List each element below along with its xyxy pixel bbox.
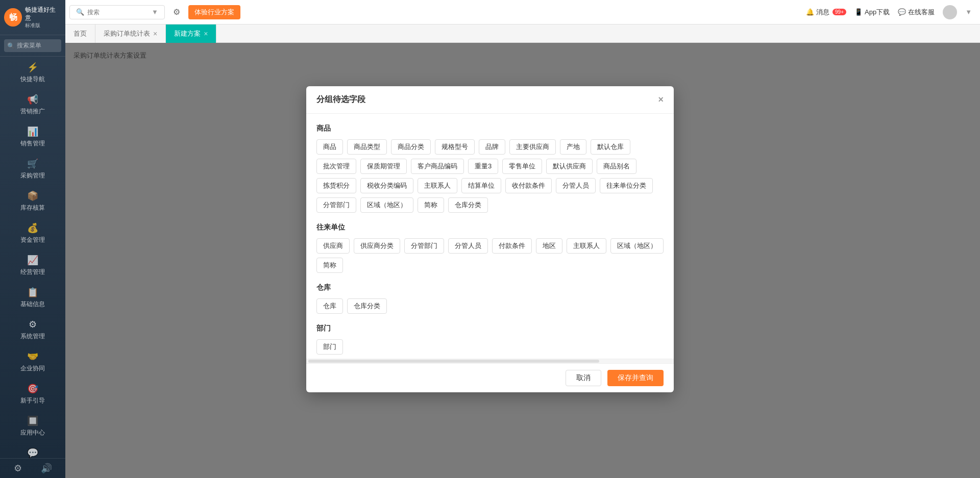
field-tag-goods-11[interactable]: 重量3 — [468, 159, 498, 174]
user-dropdown-icon[interactable]: ▼ — [965, 8, 972, 16]
sidebar-icon-inventory: 📦 — [27, 190, 38, 202]
field-tag-goods-9[interactable]: 保质期管理 — [360, 159, 407, 174]
dialog-hscroll-thumb — [308, 360, 599, 363]
field-tag-warehouse-1[interactable]: 仓库分类 — [347, 298, 387, 314]
app-download-label: App下载 — [865, 8, 890, 17]
sidebar-item-guide[interactable]: 🎯 新手引导 — [0, 378, 65, 410]
field-tag-goods-8[interactable]: 批次管理 — [316, 159, 356, 174]
sidebar-item-app-center[interactable]: 🔲 应用中心 — [0, 410, 65, 442]
online-service-item[interactable]: 💬 在线客服 — [898, 8, 935, 17]
field-tags-goods: 商品商品类型商品分类规格型号品牌主要供应商产地默认仓库批次管理保质期管理客户商品… — [316, 139, 664, 213]
header-gear-icon[interactable]: ⚙ — [169, 7, 184, 17]
section-title-goods: 商品 — [316, 124, 664, 133]
field-tag-goods-7[interactable]: 默认仓库 — [591, 139, 630, 155]
field-tags-partner: 供应商供应商分类分管部门分管人员付款条件地区主联系人区域（地区）简称 — [316, 238, 664, 273]
sidebar-icon-guide: 🎯 — [27, 383, 38, 394]
field-tag-partner-3[interactable]: 分管人员 — [448, 238, 488, 254]
sidebar-search-container: 🔍 搜索菜单 — [0, 35, 65, 57]
field-tag-partner-4[interactable]: 付款条件 — [492, 238, 532, 254]
sidebar-item-cooperation[interactable]: 🤝 企业协同 — [0, 346, 65, 378]
dialog-hscrollbar[interactable] — [306, 359, 674, 363]
field-tag-goods-13[interactable]: 默认供应商 — [546, 159, 593, 174]
field-tag-goods-12[interactable]: 零售单位 — [502, 159, 542, 174]
field-tag-goods-18[interactable]: 结算单位 — [461, 178, 501, 193]
sidebar-label-cooperation: 企业协同 — [20, 364, 45, 373]
field-tag-goods-16[interactable]: 税收分类编码 — [360, 178, 413, 193]
tab-label-new-plan: 新建方案 — [174, 29, 201, 38]
field-tag-goods-14[interactable]: 商品别名 — [597, 159, 636, 174]
sidebar-icon-marketing: 📢 — [27, 94, 38, 105]
field-tag-partner-6[interactable]: 主联系人 — [567, 238, 606, 254]
tab-close-purchase-stats[interactable]: × — [153, 30, 157, 38]
field-tag-goods-20[interactable]: 分管人员 — [556, 178, 596, 193]
sidebar-search-inner[interactable]: 🔍 搜索菜单 — [4, 39, 61, 52]
field-tag-warehouse-0[interactable]: 仓库 — [316, 298, 343, 314]
sidebar-label-purchase: 采购管理 — [20, 171, 45, 180]
volume-icon[interactable]: 🔊 — [41, 463, 52, 474]
field-tag-department-0[interactable]: 部门 — [316, 339, 343, 355]
field-tag-goods-3[interactable]: 规格型号 — [435, 139, 475, 155]
field-tag-goods-2[interactable]: 商品分类 — [391, 139, 431, 155]
tab-home[interactable]: 首页 — [65, 24, 95, 43]
field-tag-goods-21[interactable]: 往来单位分类 — [600, 178, 653, 193]
sidebar-icon-app-center: 🔲 — [27, 415, 38, 426]
header-search-input[interactable] — [87, 9, 149, 16]
field-tag-goods-0[interactable]: 商品 — [316, 139, 343, 155]
field-tag-goods-10[interactable]: 客户商品编码 — [411, 159, 464, 174]
sidebar-label-guide: 新手引导 — [20, 396, 45, 405]
sidebar-item-system[interactable]: ⚙ 系统管理 — [0, 314, 65, 346]
tabs-bar: 首页采购订单统计表×新建方案× — [65, 24, 980, 43]
field-tag-goods-1[interactable]: 商品类型 — [347, 139, 387, 155]
notification-item[interactable]: 🔔 消息 99+ — [806, 8, 846, 17]
field-tag-goods-25[interactable]: 仓库分类 — [448, 197, 488, 213]
field-tag-partner-8[interactable]: 简称 — [316, 258, 343, 273]
sidebar-item-quick-nav[interactable]: ⚡ 快捷导航 — [0, 57, 65, 89]
section-partner: 往来单位供应商供应商分类分管部门分管人员付款条件地区主联系人区域（地区）简称 — [316, 223, 664, 273]
sidebar-item-marketing[interactable]: 📢 营销推广 — [0, 89, 65, 121]
sidebar-item-enterprise-wechat[interactable]: 💬 企业微信 — [0, 442, 65, 458]
settings-icon[interactable]: ⚙ — [14, 463, 22, 474]
field-tag-goods-6[interactable]: 产地 — [560, 139, 586, 155]
cancel-button[interactable]: 取消 — [566, 370, 601, 386]
sidebar-item-operation[interactable]: 📈 经营管理 — [0, 249, 65, 282]
dialog-close-button[interactable]: × — [658, 94, 664, 105]
tab-new-plan[interactable]: 新建方案× — [166, 24, 216, 43]
field-tag-goods-4[interactable]: 品牌 — [479, 139, 505, 155]
sidebar-item-inventory[interactable]: 📦 库存核算 — [0, 185, 65, 217]
header-search-dropdown-icon: ▼ — [152, 8, 158, 16]
sidebar-icon-enterprise-wechat: 💬 — [27, 447, 38, 458]
field-tag-goods-19[interactable]: 收付款条件 — [505, 178, 552, 193]
tab-label-home: 首页 — [74, 29, 87, 38]
field-tag-partner-5[interactable]: 地区 — [536, 238, 562, 254]
logo-icon: 畅 — [4, 8, 22, 27]
field-tag-partner-7[interactable]: 区域（地区） — [610, 238, 664, 254]
field-tag-partner-1[interactable]: 供应商分类 — [354, 238, 400, 254]
field-tags-department: 部门 — [316, 339, 664, 355]
sidebar-icon-finance: 💰 — [27, 222, 38, 234]
sidebar-item-sales[interactable]: 📊 销售管理 — [0, 121, 65, 153]
service-icon: 💬 — [898, 8, 906, 16]
field-tag-goods-23[interactable]: 区域（地区） — [360, 197, 413, 213]
avatar[interactable] — [943, 5, 957, 19]
sidebar-label-quick-nav: 快捷导航 — [20, 75, 45, 84]
sidebar-icon-sales: 📊 — [27, 126, 38, 137]
field-tag-goods-22[interactable]: 分管部门 — [316, 197, 356, 213]
app-download-item[interactable]: 📱 App下载 — [854, 8, 890, 17]
sidebar-item-purchase[interactable]: 🛒 采购管理 — [0, 153, 65, 185]
save-button[interactable]: 保存并查询 — [607, 370, 664, 386]
sidebar-item-basic-info[interactable]: 📋 基础信息 — [0, 282, 65, 314]
field-tag-partner-2[interactable]: 分管部门 — [404, 238, 444, 254]
tab-close-new-plan[interactable]: × — [204, 30, 208, 38]
field-tag-goods-17[interactable]: 主联系人 — [418, 178, 457, 193]
sidebar-label-basic-info: 基础信息 — [20, 300, 45, 309]
tab-purchase-stats[interactable]: 采购订单统计表× — [95, 24, 166, 43]
field-tag-partner-0[interactable]: 供应商 — [316, 238, 350, 254]
logo-text: 畅捷通好生意 标准版 — [25, 6, 61, 29]
header-search[interactable]: 🔍 ▼ — [69, 5, 165, 19]
trial-button[interactable]: 体验行业方案 — [188, 5, 240, 19]
field-tag-goods-15[interactable]: 拣货积分 — [316, 178, 356, 193]
field-tag-goods-5[interactable]: 主要供应商 — [509, 139, 556, 155]
field-tag-goods-24[interactable]: 简称 — [418, 197, 444, 213]
notification-badge: 99+ — [832, 9, 846, 15]
sidebar-item-finance[interactable]: 💰 资金管理 — [0, 217, 65, 249]
